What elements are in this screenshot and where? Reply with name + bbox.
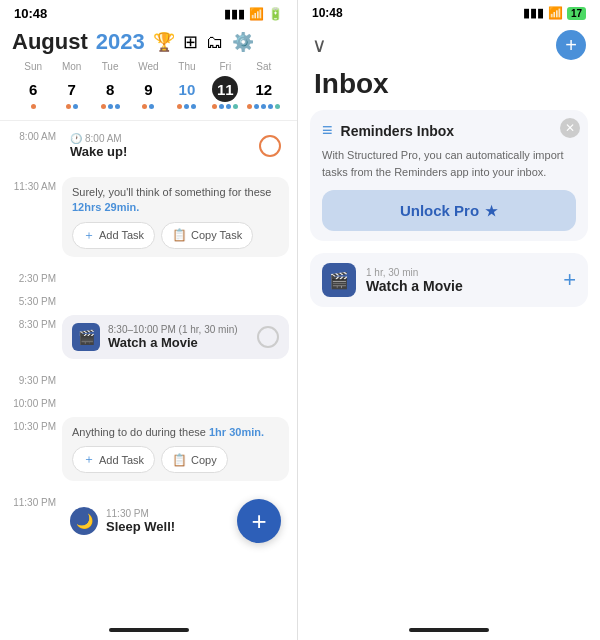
reminder1-highlight: 12hrs 29min.: [72, 201, 139, 213]
time-930pm: 9:30 PM: [0, 371, 62, 386]
reminders-card-title: Reminders Inbox: [341, 123, 455, 139]
time-10pm: 10:00 PM: [0, 394, 62, 409]
home-indicator-left: [109, 628, 189, 632]
back-button[interactable]: ∨: [312, 33, 327, 57]
reminder1-text: Surely, you'll think of something for th…: [72, 186, 271, 198]
year-label: 2023: [96, 29, 145, 55]
plus-icon-1: ＋: [83, 227, 95, 244]
reminders-list-icon: ≡: [322, 120, 333, 141]
star-icon: ★: [485, 203, 498, 219]
time-block-930pm: 9:30 PM: [0, 367, 297, 390]
left-bottom-bar: [0, 620, 297, 640]
date-7[interactable]: 7: [52, 74, 90, 112]
inbox-item-duration: 1 hr, 30 min: [366, 267, 463, 278]
inbox-item-add-btn[interactable]: +: [563, 267, 576, 293]
clock-icon: 🕐: [70, 133, 82, 144]
right-panel: 10:48 ▮▮▮ 📶 17 ∨ + Inbox ≡ Reminders Inb…: [298, 0, 600, 640]
reminder2-highlight: 1hr 30min.: [209, 426, 264, 438]
reminders-card-header: ≡ Reminders Inbox: [322, 120, 576, 141]
signal-right-icon: ▮▮▮: [523, 6, 544, 20]
right-status-bar: 10:48 ▮▮▮ 📶 17: [298, 0, 600, 24]
sleep-card[interactable]: 🌙 11:30 PM Sleep Well! +: [62, 493, 289, 549]
action-row-1: ＋ Add Task 📋 Copy Task: [72, 222, 279, 249]
settings-icon[interactable]: ⚙️: [232, 31, 254, 53]
date-6[interactable]: 6: [14, 74, 52, 112]
sleep-title: Sleep Well!: [106, 519, 175, 534]
reminders-inbox-card: ≡ Reminders Inbox ✕ With Structured Pro,…: [310, 110, 588, 241]
sleep-time: 11:30 PM: [106, 508, 175, 519]
movie-icon: 🎬: [72, 323, 100, 351]
date-10[interactable]: 10: [168, 74, 206, 112]
add-fab-btn[interactable]: +: [237, 499, 281, 543]
action-row-2: ＋ Add Task 📋 Copy: [72, 446, 279, 473]
date-12[interactable]: 12: [245, 74, 283, 112]
days-row: Sun Mon Tue Wed Thu Fri Sat: [12, 61, 285, 72]
time-530pm: 5:30 PM: [0, 292, 62, 307]
reminders-description: With Structured Pro, you can automatical…: [322, 147, 576, 180]
left-status-icons: ▮▮▮ 📶 🔋: [224, 7, 283, 21]
time-block-10pm: 10:00 PM: [0, 390, 297, 413]
emoji-icon: 🏆: [153, 31, 175, 53]
unlock-label: Unlock Pro: [400, 202, 479, 219]
wifi-icon: 📶: [249, 7, 264, 21]
copy-task-btn-1[interactable]: 📋 Copy Task: [161, 222, 253, 249]
wifi-right-icon: 📶: [548, 6, 563, 20]
left-time: 10:48: [14, 6, 47, 21]
wake-up-complete-btn[interactable]: [259, 135, 281, 157]
inbox-movie-icon: 🎬: [322, 263, 356, 297]
date-9[interactable]: 9: [129, 74, 167, 112]
movie-card[interactable]: 🎬 8:30–10:00 PM (1 hr, 30 min) Watch a M…: [62, 315, 289, 359]
battery-left-icon: 🔋: [268, 7, 283, 21]
sleep-icon: 🌙: [70, 507, 98, 535]
reminder-card-1: Surely, you'll think of something for th…: [62, 177, 289, 257]
time-block-830pm: 8:30 PM 🎬 8:30–10:00 PM (1 hr, 30 min) W…: [0, 311, 297, 367]
wake-up-card[interactable]: 🕐 8:00 AM Wake up!: [62, 127, 289, 165]
add-task-btn-2[interactable]: ＋ Add Task: [72, 446, 155, 473]
time-1130am: 11:30 AM: [0, 177, 62, 192]
time-830pm: 8:30 PM: [0, 315, 62, 330]
calendar-icons: 🏆 ⊞ 🗂 ⚙️: [153, 31, 254, 53]
right-time: 10:48: [312, 6, 343, 20]
copy-icon-1: 📋: [172, 228, 187, 242]
left-panel: 10:48 ▮▮▮ 📶 🔋 August 2023 🏆 ⊞ 🗂 ⚙️ Sun M…: [0, 0, 298, 640]
calendar-header: August 2023 🏆 ⊞ 🗂 ⚙️ Sun Mon Tue Wed Thu…: [0, 25, 297, 118]
dates-row: 6 7 8 9 10 11: [12, 74, 285, 112]
right-nav: ∨ +: [298, 24, 600, 64]
time-block-530pm: 5:30 PM: [0, 288, 297, 311]
left-status-bar: 10:48 ▮▮▮ 📶 🔋: [0, 0, 297, 25]
time-block-230pm: 2:30 PM: [0, 265, 297, 288]
time-block-11am: 11:30 AM Surely, you'll think of somethi…: [0, 173, 297, 265]
time-230pm: 2:30 PM: [0, 269, 62, 284]
reminder-card-2: Anything to do during these 1hr 30min. ＋…: [62, 417, 289, 481]
movie-time: 8:30–10:00 PM (1 hr, 30 min): [108, 324, 257, 335]
right-bottom-bar: [298, 620, 600, 640]
reminders-close-btn[interactable]: ✕: [560, 118, 580, 138]
copy-task-btn-2[interactable]: 📋 Copy: [161, 446, 228, 473]
inbox-calendar-icon[interactable]: 🗂: [206, 32, 224, 53]
time-1130pm: 11:30 PM: [0, 493, 62, 508]
time-block-1030pm: 10:30 PM Anything to do during these 1hr…: [0, 413, 297, 489]
signal-icon: ▮▮▮: [224, 7, 245, 21]
inbox-movie-item[interactable]: 🎬 1 hr, 30 min Watch a Movie +: [310, 253, 588, 307]
time-block-8am: 8:00 AM 🕐 8:00 AM Wake up!: [0, 123, 297, 173]
battery-right-icon: 17: [567, 7, 586, 20]
movie-title: Watch a Movie: [108, 335, 257, 350]
schedule: 8:00 AM 🕐 8:00 AM Wake up!: [0, 123, 297, 620]
time-block-1130pm: 11:30 PM 🌙 11:30 PM Sleep Well! +: [0, 489, 297, 557]
nav-add-button[interactable]: +: [556, 30, 586, 60]
calendar-grid-icon[interactable]: ⊞: [183, 31, 198, 53]
copy-icon-2: 📋: [172, 453, 187, 467]
reminder2-text: Anything to do during these: [72, 426, 206, 438]
home-indicator-right: [409, 628, 489, 632]
date-8[interactable]: 8: [91, 74, 129, 112]
date-11-today[interactable]: 11: [206, 74, 244, 112]
add-task-btn-1[interactable]: ＋ Add Task: [72, 222, 155, 249]
movie-complete-btn[interactable]: [257, 326, 279, 348]
month-label: August: [12, 29, 88, 55]
wake-up-title: Wake up!: [70, 144, 127, 159]
inbox-title: Inbox: [298, 64, 600, 110]
right-status-icons: ▮▮▮ 📶 17: [523, 6, 586, 20]
unlock-pro-button[interactable]: Unlock Pro ★: [322, 190, 576, 231]
inbox-items: 🎬 1 hr, 30 min Watch a Movie +: [298, 253, 600, 315]
time-1030pm: 10:30 PM: [0, 417, 62, 432]
